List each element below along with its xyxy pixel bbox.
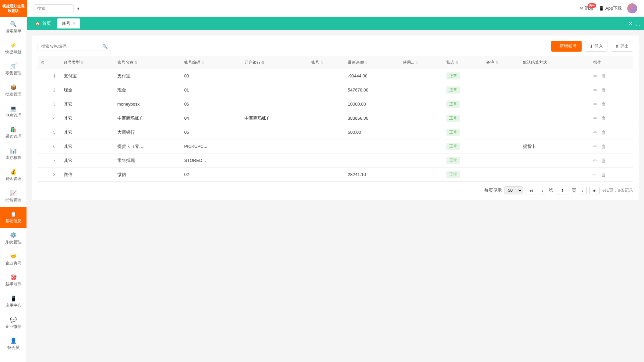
settings-icon[interactable]: ⚙ bbox=[41, 60, 45, 65]
edit-button-7[interactable]: ✏ bbox=[593, 172, 598, 177]
sidebar-item-quick-nav[interactable]: ⚡快捷导航 bbox=[0, 38, 26, 59]
delete-button-5[interactable]: 🗑 bbox=[601, 143, 606, 149]
sidebar-item-basic-info[interactable]: 📋基础信息 bbox=[0, 207, 26, 228]
sidebar-item-enterprise-wechat[interactable]: 💬企业微信 bbox=[0, 312, 26, 334]
sidebar-item-sys-mgmt[interactable]: ⚙️系统管理 bbox=[0, 228, 26, 249]
toolbar: 🔍 + 新增账号 ⬇ 导入 ⬆ 导出 bbox=[38, 41, 633, 52]
table-row: 1 支付宝 支付宝 03 -90444.00 正常 ✏ 🗑 bbox=[38, 69, 633, 83]
th-type[interactable]: 账号类型 ⇅ bbox=[61, 56, 115, 69]
delete-button-1[interactable]: 🗑 bbox=[601, 87, 606, 93]
first-page-button[interactable]: ⏮ bbox=[526, 187, 536, 194]
tab-fullscreen-icon[interactable]: ⛶ bbox=[635, 20, 641, 26]
th-usage[interactable]: 使用... ⇅ bbox=[400, 56, 444, 69]
search-icon[interactable]: 🔍 bbox=[102, 44, 108, 49]
th-default-payment[interactable]: 默认结算方式 ⇅ bbox=[520, 56, 591, 69]
page-input[interactable] bbox=[556, 187, 569, 194]
import-button[interactable]: ⬇ 导入 bbox=[585, 41, 607, 52]
topbar-dropdown-icon[interactable]: ▾ bbox=[77, 6, 79, 11]
per-page-select[interactable]: 50 20 100 bbox=[504, 186, 523, 194]
edit-button-1[interactable]: ✏ bbox=[593, 87, 598, 93]
delete-button-7[interactable]: 🗑 bbox=[601, 172, 606, 177]
sidebar-item-search-menu[interactable]: 🔍搜索菜单 bbox=[0, 17, 26, 38]
row-account-1 bbox=[309, 83, 345, 97]
sidebar-item-member[interactable]: 👤畅会员 bbox=[0, 334, 26, 355]
edit-button-6[interactable]: ✏ bbox=[593, 158, 598, 163]
per-page-label: 每页显示 bbox=[484, 187, 502, 193]
topbar-search-input[interactable] bbox=[34, 4, 74, 12]
user-avatar[interactable] bbox=[627, 3, 637, 13]
sidebar-item-ecom-mgmt[interactable]: 💻电商管理 bbox=[0, 101, 26, 122]
delete-button-2[interactable]: 🗑 bbox=[601, 101, 606, 107]
row-ops-3: ✏ 🗑 bbox=[591, 111, 633, 125]
edit-button-3[interactable]: ✏ bbox=[593, 115, 598, 121]
row-gear-2 bbox=[38, 97, 48, 111]
th-remark[interactable]: 备注 ⇅ bbox=[484, 56, 520, 69]
row-remark-3 bbox=[484, 111, 520, 125]
app-download-button[interactable]: 📱 App下载 bbox=[599, 5, 622, 11]
row-num-1: 2 bbox=[48, 83, 61, 97]
delete-button-4[interactable]: 🗑 bbox=[601, 129, 606, 135]
row-balance-4: 500.00 bbox=[345, 125, 400, 139]
row-code-2: 06 bbox=[181, 97, 241, 111]
sidebar-item-wholesale-mgmt[interactable]: 📦批发管理 bbox=[0, 80, 26, 101]
sidebar-item-retail-mgmt[interactable]: 🛒零售管理 bbox=[0, 59, 26, 80]
th-account[interactable]: 账号 ⇅ bbox=[309, 56, 345, 69]
row-type-4: 其它 bbox=[61, 125, 115, 139]
row-num-0: 1 bbox=[48, 69, 61, 83]
row-balance-6 bbox=[345, 154, 400, 168]
edit-button-4[interactable]: ✏ bbox=[593, 129, 598, 135]
prev-page-button[interactable]: ‹ bbox=[539, 187, 546, 194]
row-name-0: 支付宝 bbox=[115, 69, 181, 83]
sidebar-item-inventory[interactable]: 📊库存核算 bbox=[0, 143, 26, 165]
th-code[interactable]: 账号编码 ⇅ bbox=[181, 56, 241, 69]
last-page-button[interactable]: ⏭ bbox=[589, 187, 600, 194]
row-type-1: 现金 bbox=[61, 83, 115, 97]
table-header: ⚙ 账号类型 ⇅ 账号名称 ⇅ 账号编码 ⇅ 开户银行 ⇅ 账号 ⇅ 最新余额 … bbox=[38, 56, 633, 69]
sidebar-item-enterprise-agreement[interactable]: 🤝企业协同 bbox=[0, 249, 26, 270]
row-name-1: 现金 bbox=[115, 83, 181, 97]
sidebar-icon-sys-mgmt: ⚙️ bbox=[10, 232, 17, 238]
message-button[interactable]: ✉ 消息 99+ bbox=[580, 5, 593, 11]
row-remark-1 bbox=[484, 83, 520, 97]
th-bank[interactable]: 开户银行 ⇅ bbox=[242, 56, 309, 69]
row-status-2: 正常 bbox=[444, 97, 484, 111]
edit-button-0[interactable]: ✏ bbox=[593, 73, 598, 79]
sidebar-item-new-guide[interactable]: 🎯新手引导 bbox=[0, 270, 26, 291]
sidebar-item-fund-mgmt[interactable]: 💰资金管理 bbox=[0, 165, 26, 186]
edit-button-5[interactable]: ✏ bbox=[593, 143, 598, 149]
tab-accounts-close[interactable]: ✕ bbox=[72, 21, 75, 26]
row-gear-6 bbox=[38, 154, 48, 168]
search-input[interactable] bbox=[41, 44, 100, 49]
th-status[interactable]: 状态 ⇅ bbox=[444, 56, 484, 69]
sidebar-item-ops-mgmt[interactable]: 📈经营管理 bbox=[0, 186, 26, 207]
th-balance[interactable]: 最新余额 ⇅ bbox=[345, 56, 400, 69]
row-account-3 bbox=[309, 111, 345, 125]
delete-button-0[interactable]: 🗑 bbox=[601, 73, 606, 79]
row-name-5: 提货卡（零… bbox=[115, 139, 181, 154]
add-account-button[interactable]: + 新增账号 bbox=[551, 41, 582, 52]
sidebar-label-wholesale-mgmt: 批发管理 bbox=[5, 92, 21, 97]
sidebar-label-basic-info: 基础信息 bbox=[5, 218, 21, 224]
sidebar-item-purchase-mgmt[interactable]: 🛍️采购管理 bbox=[0, 122, 26, 143]
row-account-2 bbox=[309, 97, 345, 111]
tab-home[interactable]: 🏠 首页 bbox=[30, 18, 56, 28]
edit-button-2[interactable]: ✏ bbox=[593, 101, 598, 107]
tabbar-actions: ✕ ⛶ bbox=[628, 20, 641, 27]
tab-accounts[interactable]: 账号 ✕ bbox=[57, 18, 80, 28]
sidebar-item-app-center[interactable]: 📱应用中心 bbox=[0, 291, 26, 312]
export-button[interactable]: ⬆ 导出 bbox=[611, 41, 633, 52]
row-default-payment-4 bbox=[520, 125, 591, 139]
tab-close-icon[interactable]: ✕ bbox=[628, 20, 633, 27]
delete-button-3[interactable]: 🗑 bbox=[601, 115, 606, 121]
row-usage-1 bbox=[400, 83, 444, 97]
row-status-6: 正常 bbox=[444, 154, 484, 168]
status-badge-6: 正常 bbox=[446, 157, 460, 164]
next-page-button[interactable]: › bbox=[579, 187, 586, 194]
row-default-payment-0 bbox=[520, 69, 591, 83]
row-status-7: 正常 bbox=[444, 168, 484, 182]
row-type-3: 其它 bbox=[61, 111, 115, 125]
sidebar-label-retail-mgmt: 零售管理 bbox=[5, 70, 21, 76]
table-row: 3 其它 moneybosx 06 10000.00 正常 ✏ 🗑 bbox=[38, 97, 633, 111]
th-name[interactable]: 账号名称 ⇅ bbox=[115, 56, 181, 69]
delete-button-6[interactable]: 🗑 bbox=[601, 158, 606, 163]
